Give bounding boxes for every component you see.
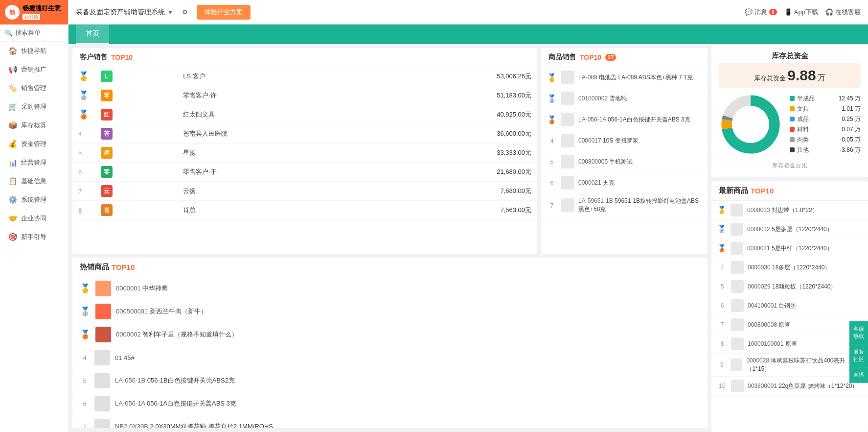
new-product-img <box>731 204 743 216</box>
legend-dot <box>790 117 795 121</box>
title-dropdown[interactable]: ▼ <box>167 9 173 16</box>
hot-product-code: NB2.0X30B <box>115 423 148 428</box>
customer-table-row: 🥈 零 零售客户·许 51,183.00元 <box>72 86 537 105</box>
rank-cell: 4 <box>72 124 95 144</box>
product-code: LA-089 <box>578 74 597 81</box>
hot-product-name: 2.0X30MM双搓花轴,搓花直径2.1MM/ROHS <box>150 423 273 428</box>
sidebar-item-inventory[interactable]: 📦 库存核算 <box>0 116 68 135</box>
trial-button[interactable]: 体验行业方案 <box>197 5 251 20</box>
new-product-info: 0000029 18颗粒板（1220*2440） <box>748 283 836 291</box>
inventory-title: 库存总资金 <box>719 51 861 61</box>
legend-dot <box>790 147 795 152</box>
product-img <box>561 71 574 84</box>
donut-svg <box>719 93 782 156</box>
float-btn-community[interactable]: 服务 社区 <box>849 344 868 367</box>
donut-chart <box>719 93 782 158</box>
legend-label: 肉类 <box>797 136 837 144</box>
rank-cell: 🥇 <box>72 67 95 86</box>
amount-cell: 53,006.26元 <box>374 67 537 86</box>
tab-home[interactable]: 首页 <box>76 24 109 44</box>
new-product-img <box>731 280 744 293</box>
new-product-img <box>731 337 744 350</box>
new-product-code: 004100001 <box>748 302 777 309</box>
customer-name-cell: 云扬 <box>177 182 374 201</box>
purchase-icon: 🛒 <box>8 102 17 111</box>
customer-table: 🥇 L LS 客户 53,006.26元 🥈 零 零售客户·许 51,183.0… <box>72 67 537 254</box>
sidebar-item-system[interactable]: ⚙️ 系统管理 <box>0 191 68 209</box>
content-area: 客户销售 TOP10 🥇 L LS 客户 53,006.26元 🥈 零 零售客户… <box>69 44 868 432</box>
marketing-icon: 📢 <box>8 65 17 74</box>
app-download-item[interactable]: 📱 App下载 <box>784 8 818 17</box>
notification-item[interactable]: 💬 消息 6 <box>745 8 777 17</box>
online-service-item[interactable]: 🎧 在线客服 <box>825 8 861 17</box>
sidebar-item-operations[interactable]: 📊 经营管理 <box>0 153 68 172</box>
sales-icon: 🏷️ <box>8 84 17 93</box>
amount-cell: 51,183.00元 <box>374 86 537 105</box>
product-name: 10S 变扭罗浆 <box>603 137 639 144</box>
sidebar-item-marketing[interactable]: 📢 营销推广 <box>0 60 68 79</box>
customer-table-row: 🥇 L LS 客户 53,006.26元 <box>72 67 537 86</box>
hot-product-name: 智利车子里（规格不知道填什么） <box>142 331 238 338</box>
float-btn-service[interactable]: 客服 热线 <box>849 321 868 344</box>
badge-cell: 肖 <box>95 201 177 220</box>
sidebar-item-base-info[interactable]: 📋 基础信息 <box>0 172 68 191</box>
logo-badge: 标准版 <box>23 13 61 21</box>
new-product-info: 0000031 5层中纤（1220*2440） <box>747 244 833 253</box>
sidebar-item-purchase[interactable]: 🛒 采购管理 <box>0 97 68 116</box>
hot-product-name: 056-1A白色按键开关盖ABS 3克 <box>147 400 236 407</box>
product-sales-panel: 商品销售 TOP10 27 🥇 LA-089 电池盖 LA-089 ABS本色+… <box>541 48 708 254</box>
badge-cell: 苍 <box>95 124 177 144</box>
new-product-info: 10000100001 原查 <box>748 340 797 348</box>
sidebar-item-finance[interactable]: 💰 资金管理 <box>0 135 68 153</box>
badge-cell: L <box>95 67 177 86</box>
hot-product-row: 🥈 000500001 新西兰牛肉（新牛） <box>72 300 708 323</box>
new-product-name: 5层多层（1220*2440） <box>772 226 833 233</box>
amount-cell: 7,680.00元 <box>374 182 537 201</box>
hot-product-info: 01 45# <box>115 354 135 361</box>
amount-cell: 36,600.00元 <box>374 124 537 144</box>
product-sales-item: 7 LA-59651-1B 59651-1B旋转投影灯电池盒ABS黑色+58克 <box>541 193 708 217</box>
hot-product-info: NB2.0X30B 2.0X30MM双搓花轴,搓花直径2.1MM/ROHS <box>115 422 273 428</box>
legend-item: 文具 1.01 万 <box>790 105 861 113</box>
new-product-name: 18颗粒板（1220*2440） <box>772 283 836 290</box>
new-products-title: 最新商品 TOP10 <box>711 181 868 201</box>
product-name: 电池盖 LA-089 ABS本色+黑种 7.1克 <box>599 74 693 81</box>
settings-button[interactable]: ⚙ <box>178 5 192 19</box>
hot-product-info: 0000001 中华神鹰 <box>116 284 168 293</box>
hot-products-panel: 热销商品 TOP10 🥇 0000001 中华神鹰 🥈 000500001 新西… <box>72 258 708 428</box>
search-menu[interactable]: 🔍 搜索菜单 <box>0 24 68 42</box>
product-info: 0000017 10S 变扭罗浆 <box>578 137 702 145</box>
hot-product-info: LA-056-1A 056-1A白色按键开关盖ABS 3克 <box>115 399 236 408</box>
hot-product-code: 000500001 <box>116 308 148 315</box>
right-panel: 库存总资金 库存总资金 9.88 万 <box>711 44 868 432</box>
finance-icon: 💰 <box>8 140 17 148</box>
product-code: 0000017 <box>578 137 601 144</box>
badge-cell: 零 <box>95 86 177 105</box>
sidebar-item-guide[interactable]: 🎯 新手引导 <box>0 228 68 246</box>
new-product-code: 0000029 <box>748 283 771 290</box>
product-sales-item: 4 0000017 10S 变扭罗浆 <box>541 130 708 151</box>
product-name: 手机测试 <box>609 158 633 165</box>
hot-product-code: 0000001 <box>116 285 141 292</box>
product-info: LA-056-1A 056-1A白色按键开关盖ABS 3克 <box>578 116 702 124</box>
customer-name-cell: LS 客户 <box>177 67 374 86</box>
rank-cell: 7 <box>72 182 95 201</box>
inventory-panel: 库存总资金 库存总资金 9.88 万 <box>711 44 868 177</box>
new-products-list: 🥇 0000033 封边带（1.0*22） 🥈 0000032 5层多层（122… <box>711 201 868 396</box>
legend-items: 半成品 12.45 万 文具 1.01 万 成品 0.25 万 材料 0.07 … <box>790 95 861 156</box>
new-product-info: 004100001 白钢垫 <box>748 302 796 310</box>
new-product-img <box>731 380 744 392</box>
product-sales-list: 🥇 LA-089 电池盖 LA-089 ABS本色+黑种 7.1克 🥈 0010… <box>541 67 708 254</box>
hot-product-img-placeholder <box>94 350 110 365</box>
sidebar-item-quick-nav[interactable]: 🏠 快捷导航 <box>0 42 68 60</box>
sidebar-item-enterprise[interactable]: 🤝 企业协同 <box>0 209 68 228</box>
sidebar-item-sales[interactable]: 🏷️ 销售管理 <box>0 79 68 97</box>
new-product-info: 003800001 22g鱼豆腐·烧烤味（1*12*20） <box>748 382 858 390</box>
inventory-amount-box: 库存总资金 9.88 万 <box>719 63 861 88</box>
new-product-img <box>731 261 744 274</box>
float-btn-live[interactable]: 直播 <box>849 367 868 383</box>
guide-icon: 🎯 <box>8 233 17 241</box>
legend-item: 半成品 12.45 万 <box>790 95 861 103</box>
product-img <box>561 176 574 190</box>
hot-product-name: 45# <box>124 354 135 361</box>
